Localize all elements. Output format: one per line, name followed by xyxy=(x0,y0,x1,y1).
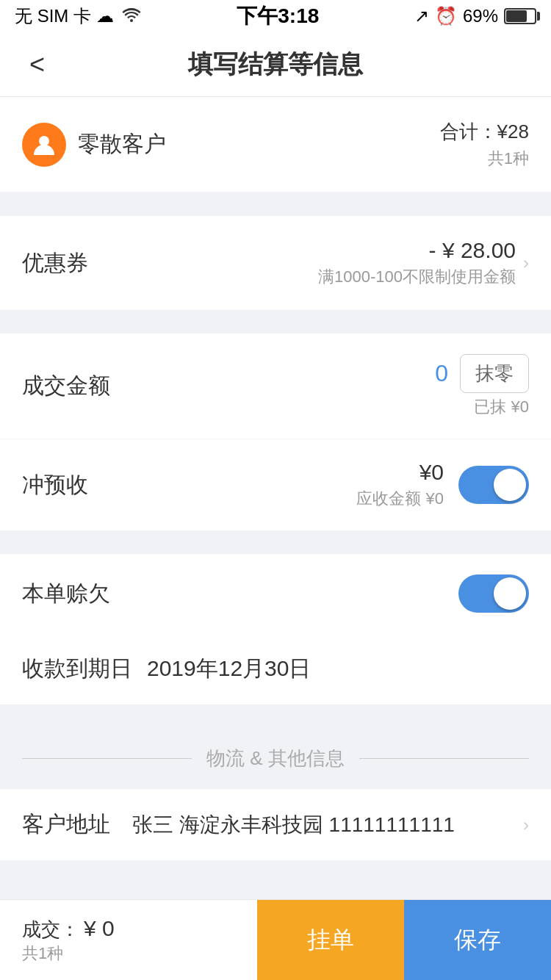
svg-point-0 xyxy=(39,136,49,146)
address-row[interactable]: 客户地址 张三 海淀永丰科技园 11111111111 › xyxy=(0,789,551,860)
bottom-bar: 成交： ¥ 0 共1种 挂单 保存 xyxy=(0,899,551,980)
pre-receive-sub-amount: 应收金额 ¥0 xyxy=(356,488,444,510)
avatar xyxy=(22,123,66,167)
bottom-summary-row: 成交： ¥ 0 xyxy=(22,916,257,943)
address-value: 张三 海淀永丰科技园 11111111111 xyxy=(132,811,523,839)
address-label: 客户地址 xyxy=(22,810,110,840)
customer-section: 零散客户 合计：¥28 共1种 xyxy=(0,97,551,192)
logistics-section-header: 物流 & 其他信息 xyxy=(0,728,551,789)
location-icon: ↗ xyxy=(414,6,429,26)
debit-section: 本单赊欠 收款到期日 2019年12月30日 xyxy=(0,554,551,705)
alarm-icon: ⏰ xyxy=(435,6,457,26)
page-title: 填写结算等信息 xyxy=(188,48,363,82)
battery-percent: 69% xyxy=(463,6,498,26)
nav-bar: < 填写结算等信息 xyxy=(0,32,551,97)
status-time: 下午3:18 xyxy=(237,2,319,30)
customer-left: 零散客户 xyxy=(22,123,166,167)
coupon-right: - ¥ 28.00 满1000-100不限制使用金额 › xyxy=(318,238,529,288)
transaction-amount-input[interactable] xyxy=(389,360,448,387)
coupon-description: 满1000-100不限制使用金额 xyxy=(318,266,516,288)
pre-receive-main-amount: ¥0 xyxy=(356,460,444,485)
customer-name: 零散客户 xyxy=(78,129,166,159)
transaction-section: 成交金额 抹零 已抹 ¥0 冲预收 ¥0 应收金额 ¥0 xyxy=(0,334,551,530)
status-bar: 无 SIM 卡 ☁ 下午3:18 ↗ ⏰ 69% xyxy=(0,0,551,32)
hold-button[interactable]: 挂单 xyxy=(257,900,404,980)
no-sim-label: 无 SIM 卡 ☁ xyxy=(15,4,114,28)
total-amount: 合计：¥28 xyxy=(440,119,529,145)
round-zero-button[interactable]: 抹零 xyxy=(460,354,529,393)
pre-receive-amounts: ¥0 应收金额 ¥0 xyxy=(356,460,444,510)
debit-row: 本单赊欠 xyxy=(0,554,551,633)
pre-receive-label: 冲预收 xyxy=(22,470,88,500)
address-section[interactable]: 客户地址 张三 海淀永丰科技园 11111111111 › xyxy=(0,789,551,860)
transaction-value-area: 抹零 xyxy=(389,354,529,393)
coupon-label: 优惠券 xyxy=(22,248,88,278)
debit-toggle-knob xyxy=(494,577,526,610)
coupon-section[interactable]: 优惠券 - ¥ 28.00 满1000-100不限制使用金额 › xyxy=(0,216,551,310)
due-date-row: 收款到期日 2019年12月30日 xyxy=(0,633,551,705)
toggle-knob xyxy=(494,469,526,501)
coupon-discount: - ¥ 28.00 xyxy=(318,238,516,263)
pre-receive-toggle[interactable] xyxy=(458,466,529,504)
wifi-icon xyxy=(121,6,142,26)
pre-receive-right: ¥0 应收金额 ¥0 xyxy=(356,460,529,510)
coupon-row[interactable]: 优惠券 - ¥ 28.00 满1000-100不限制使用金额 › xyxy=(0,216,551,310)
status-right: ↗ ⏰ 69% xyxy=(414,6,536,26)
bottom-summary-title: 成交： xyxy=(22,917,79,943)
save-button[interactable]: 保存 xyxy=(404,900,551,980)
debit-toggle[interactable] xyxy=(458,574,529,613)
address-chevron-icon: › xyxy=(523,815,529,835)
debit-label: 本单赊欠 xyxy=(22,579,110,609)
battery-icon xyxy=(504,8,536,24)
customer-row: 零散客户 合计：¥28 共1种 xyxy=(0,97,551,192)
due-date-label: 收款到期日 xyxy=(22,654,132,684)
logistics-header-label: 物流 & 其他信息 xyxy=(206,746,345,771)
back-button[interactable]: < xyxy=(22,42,52,87)
transaction-label: 成交金额 xyxy=(22,371,110,401)
chevron-right-icon: › xyxy=(523,253,529,273)
bottom-summary-count: 共1种 xyxy=(22,943,257,965)
customer-summary: 合计：¥28 共1种 xyxy=(440,119,529,170)
bottom-summary-amount: ¥ 0 xyxy=(84,916,115,941)
bottom-summary: 成交： ¥ 0 共1种 xyxy=(0,900,257,980)
item-count: 共1种 xyxy=(440,148,529,170)
due-date-value: 2019年12月30日 xyxy=(147,654,311,684)
pre-receive-row: 冲预收 ¥0 应收金额 ¥0 xyxy=(0,439,551,530)
already-zeroed-label: 已抹 ¥0 xyxy=(389,396,529,418)
transaction-amount-row: 成交金额 抹零 已抹 ¥0 xyxy=(0,334,551,439)
status-left: 无 SIM 卡 ☁ xyxy=(15,4,142,28)
